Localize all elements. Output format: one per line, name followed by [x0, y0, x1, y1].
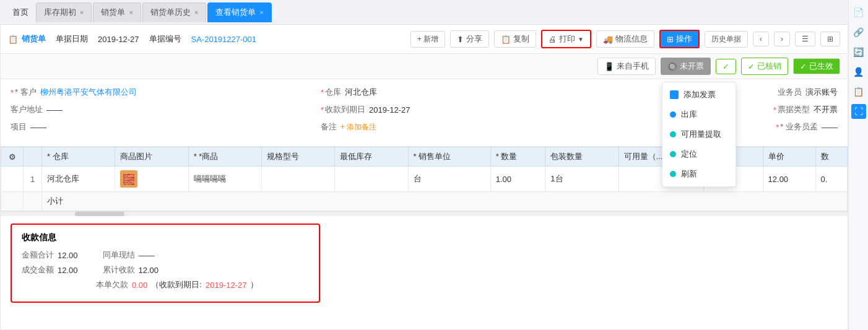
- payment-info-title: 收款信息: [22, 232, 309, 243]
- col-pack: 包装数量: [545, 147, 618, 167]
- dropdown-refresh[interactable]: 刷新: [662, 164, 736, 184]
- refresh-icon: [670, 171, 676, 177]
- phone-icon: 📱: [604, 62, 614, 71]
- address-label: 客户地址: [11, 104, 43, 115]
- ticket-label: 票据类型: [778, 104, 810, 115]
- action-row: 📱 来自手机 🔘 未开票 ✓ ✓ 已核销 ✓ 已生效: [1, 54, 848, 79]
- subtotal-label: 小计: [42, 192, 848, 211]
- deal-amount-value: 12.00: [58, 266, 78, 275]
- salesperson2-required: *: [776, 123, 779, 132]
- sidebar-list-icon[interactable]: 📋: [851, 84, 866, 99]
- close-tab-sales-icon[interactable]: ×: [129, 9, 132, 16]
- row-number: 1: [24, 167, 42, 192]
- operation-button[interactable]: ⊞ 操作: [659, 30, 700, 48]
- truck-icon: 🚚: [603, 35, 613, 44]
- print-dropdown-arrow[interactable]: ▼: [578, 36, 584, 43]
- row-gear[interactable]: [1, 167, 24, 192]
- tab-sales-order[interactable]: 销货单 ×: [93, 2, 141, 22]
- customer-required: *: [11, 88, 14, 97]
- share-button[interactable]: ⬆ 分享: [450, 30, 489, 48]
- new-button[interactable]: + 新增: [410, 31, 445, 48]
- product-thumbnail: 🧱: [120, 170, 137, 188]
- total-amount-value: 12.00: [58, 251, 78, 260]
- not-opened-button[interactable]: 🔘 未开票: [661, 58, 711, 75]
- print-button[interactable]: 🖨 打印 ▼: [541, 30, 591, 48]
- cancelled-icon: ✓: [748, 62, 755, 71]
- col-product: * *商品: [188, 147, 261, 167]
- ticket-required: *: [773, 105, 776, 115]
- sidebar-expand-icon[interactable]: ⛶: [851, 104, 866, 119]
- available-extract-icon: [670, 131, 676, 137]
- operation-icon: ⊞: [667, 35, 674, 44]
- ticket-value: 不开票: [814, 104, 838, 115]
- warehouse-value: 河北仓库: [345, 87, 377, 98]
- row-price: 12.00: [763, 167, 815, 192]
- sidebar-doc-icon[interactable]: 📄: [851, 5, 866, 20]
- salesperson2-value: ——: [822, 123, 838, 132]
- next-button[interactable]: ›: [774, 32, 790, 46]
- cancelled-button[interactable]: ✓ 已核销: [741, 58, 788, 75]
- grid1-button[interactable]: ☰: [795, 32, 815, 46]
- tab-bar: 首页 库存期初 × 销货单 × 销货单历史 × 查看销货单 × ×: [0, 0, 868, 25]
- sidebar-refresh-icon[interactable]: 🔄: [851, 45, 866, 59]
- prev-button[interactable]: ‹: [753, 32, 769, 46]
- paydate-value: 2019-12-27: [369, 105, 410, 115]
- col-num: [24, 147, 42, 167]
- sidebar-link-icon[interactable]: 🔗: [851, 25, 866, 40]
- col-min-stock: 最低库存: [335, 147, 408, 167]
- doc-header: 📋 销货单 单据日期 2019-12-27 单据编号 SA-20191227-0…: [1, 25, 848, 54]
- col-image: 商品图片: [115, 147, 188, 167]
- dropdown-locate[interactable]: 定位: [662, 144, 736, 164]
- salesperson2-label: * 业务员孟: [780, 121, 818, 132]
- current-due-label: 本单欠款: [96, 279, 128, 290]
- doc-date-label: 单据日期: [56, 33, 88, 45]
- subtotal-row: 小计: [1, 192, 848, 211]
- total-amount-label: 金额合计: [22, 250, 54, 261]
- close-tab-inventory-icon[interactable]: ×: [80, 9, 84, 16]
- col-amount: 数: [815, 147, 847, 167]
- col-gear[interactable]: ⚙: [1, 147, 24, 167]
- from-phone-button[interactable]: 📱 来自手机: [597, 58, 656, 75]
- row-min-stock: [335, 167, 408, 192]
- dropdown-outbound[interactable]: 出库: [662, 105, 736, 124]
- col-price: 单价: [763, 147, 815, 167]
- current-due-item: 本单欠款 0.00 （收款到期日: 2019-12-27 ）: [96, 279, 258, 290]
- dropdown-available-extract[interactable]: 可用量提取: [662, 124, 736, 144]
- row-spec: [261, 167, 334, 192]
- doc-icon: 📋: [8, 35, 18, 44]
- tab-inventory[interactable]: 库存期初 ×: [36, 2, 92, 22]
- due-date-value: 2019-12-27: [206, 280, 247, 290]
- logistics-button[interactable]: 🚚 物流信息: [596, 30, 654, 48]
- same-order-value: ——: [139, 251, 155, 260]
- due-date-text: （收款到期日:: [151, 279, 202, 290]
- dropdown-add-invoice[interactable]: 添加发票: [662, 85, 736, 105]
- cumulative-item: 累计收款 12.00: [103, 264, 159, 276]
- print-icon: 🖨: [549, 35, 557, 44]
- locate-icon: [670, 151, 676, 157]
- tab-home[interactable]: 首页: [5, 7, 36, 18]
- grid2-button[interactable]: ⊞: [820, 32, 840, 46]
- add-invoice-icon: [670, 90, 679, 99]
- sidebar-user-icon[interactable]: 👤: [851, 64, 866, 79]
- row-amount: 0.: [815, 167, 847, 192]
- add-remark-button[interactable]: + 添加备注: [341, 122, 376, 132]
- cumulative-label: 累计收款: [103, 264, 135, 276]
- close-tab-history-icon[interactable]: ×: [194, 9, 198, 16]
- project-value: ——: [30, 123, 46, 132]
- doc-number-label: 单据编号: [149, 33, 181, 45]
- payment-info-box: 收款信息 金额合计 12.00 同单现结 —— 成交金额 12.00 累计收款: [11, 224, 320, 303]
- total-amount-item: 金额合计 12.00: [22, 250, 78, 261]
- customer-value[interactable]: 柳州粤港平安气体有限公司: [40, 87, 137, 98]
- effective-icon: ✓: [800, 62, 807, 71]
- tab-view-sales-order[interactable]: 查看销货单 ×: [207, 2, 271, 22]
- check-button[interactable]: ✓: [716, 59, 736, 74]
- current-due-value: 0.00: [132, 280, 147, 290]
- project-label: 项目: [11, 121, 27, 132]
- deal-amount-label: 成交金额: [22, 264, 54, 276]
- copy-button[interactable]: 📋 复制: [494, 30, 536, 48]
- close-tab-view-icon[interactable]: ×: [259, 9, 263, 16]
- effective-button[interactable]: ✓ 已生效: [793, 58, 840, 74]
- tab-sales-history[interactable]: 销货单历史 ×: [142, 2, 206, 22]
- address-value: ——: [46, 105, 63, 115]
- history-button[interactable]: 历史单据: [705, 31, 748, 48]
